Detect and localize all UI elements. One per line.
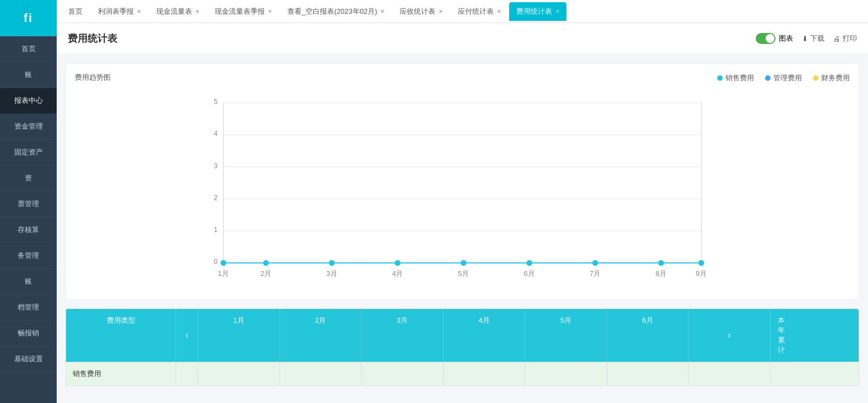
tab-expense[interactable]: 费用统计表 × bbox=[509, 2, 566, 21]
tab-cashflow-label: 现金流量表 bbox=[156, 7, 192, 16]
col-next[interactable]: › bbox=[689, 309, 771, 362]
tab-blank-report[interactable]: 查看_空白报表(2023年02月) × bbox=[280, 2, 391, 21]
tab-payable[interactable]: 应付统计表 × bbox=[451, 2, 508, 21]
svg-text:3月: 3月 bbox=[326, 270, 337, 278]
svg-text:4: 4 bbox=[214, 130, 217, 137]
print-label: 打印 bbox=[843, 34, 857, 43]
print-button[interactable]: 🖨 打印 bbox=[833, 34, 857, 43]
svg-text:8月: 8月 bbox=[656, 270, 667, 278]
main-area: 首页 利润表季报 × 现金流量表 × 现金流量表季报 × 查看_空白报表(202… bbox=[57, 0, 868, 403]
tab-receivable[interactable]: 应收统计表 × bbox=[392, 2, 450, 21]
tab-profit-close[interactable]: × bbox=[137, 8, 141, 15]
svg-text:3: 3 bbox=[214, 162, 217, 170]
chart-title: 费用趋势图 bbox=[75, 73, 111, 82]
svg-text:2月: 2月 bbox=[260, 270, 271, 278]
chart-toggle-wrap: 图表 bbox=[756, 33, 793, 44]
row-m5 bbox=[525, 362, 607, 385]
sidebar-item-stock[interactable]: 存核算 bbox=[0, 217, 57, 243]
sidebar-item-home[interactable]: 首页 bbox=[0, 36, 57, 62]
sidebar: fi 首页 账 报表中心 资金管理 固定资产 资 票管理 存核算 务管理 账 档… bbox=[0, 0, 57, 403]
col-m5: 5月 bbox=[525, 309, 607, 362]
svg-text:9月: 9月 bbox=[696, 270, 707, 278]
tab-expense-close[interactable]: × bbox=[555, 8, 559, 15]
table-section: 费用类型 ‹ 1月 2月 3月 4月 5月 6月 › 本年累计 销售费用 bbox=[65, 308, 859, 386]
page-content: 费用统计表 图表 ⬇ 下载 🖨 打印 费用趋势图 bbox=[57, 23, 868, 403]
tab-profit[interactable]: 利润表季报 × bbox=[91, 2, 148, 21]
chart-svg: 5 4 3 2 1 0 bbox=[75, 92, 850, 290]
svg-text:7月: 7月 bbox=[589, 270, 600, 278]
sidebar-item-fund[interactable]: 资金管理 bbox=[0, 114, 57, 140]
tab-cashflow[interactable]: 现金流量表 × bbox=[149, 2, 206, 21]
row-total bbox=[771, 362, 793, 385]
tab-payable-close[interactable]: × bbox=[497, 8, 501, 15]
header-actions: 图表 ⬇ 下载 🖨 打印 bbox=[756, 33, 857, 44]
sidebar-logo: fi bbox=[0, 0, 57, 36]
svg-text:6月: 6月 bbox=[524, 270, 535, 278]
tab-cashflow-quarterly-label: 现金流量表季报 bbox=[215, 7, 265, 16]
tab-cashflow-quarterly[interactable]: 现金流量表季报 × bbox=[208, 2, 279, 21]
sidebar-item-account[interactable]: 账 bbox=[0, 62, 57, 88]
sidebar-item-service[interactable]: 务管理 bbox=[0, 243, 57, 269]
legend-admin-label: 管理费用 bbox=[773, 73, 802, 83]
download-icon: ⬇ bbox=[802, 35, 808, 43]
tab-payable-label: 应付统计表 bbox=[458, 7, 494, 16]
row-m3 bbox=[362, 362, 444, 385]
legend-sales-dot bbox=[717, 75, 723, 81]
svg-text:1月: 1月 bbox=[218, 270, 229, 278]
table-header: 费用类型 ‹ 1月 2月 3月 4月 5月 6月 › 本年累计 bbox=[66, 309, 859, 362]
row-m1 bbox=[198, 362, 280, 385]
tab-blank-report-close[interactable]: × bbox=[380, 8, 384, 15]
col-m1: 1月 bbox=[198, 309, 280, 362]
sidebar-item-salary[interactable]: 资 bbox=[0, 165, 57, 191]
tab-home[interactable]: 首页 bbox=[61, 2, 90, 21]
col-type: 费用类型 bbox=[66, 309, 176, 362]
chart-legend: 销售费用 管理费用 财务费用 bbox=[717, 73, 850, 83]
tab-blank-report-label: 查看_空白报表(2023年02月) bbox=[287, 7, 377, 16]
legend-finance: 财务费用 bbox=[813, 73, 850, 83]
chart-toggle[interactable] bbox=[756, 33, 776, 44]
svg-text:5月: 5月 bbox=[458, 270, 469, 278]
col-m6: 6月 bbox=[607, 309, 689, 362]
col-m4: 4月 bbox=[444, 309, 526, 362]
svg-text:1: 1 bbox=[214, 226, 217, 234]
sidebar-item-ticket[interactable]: 票管理 bbox=[0, 191, 57, 217]
sidebar-item-archive[interactable]: 档管理 bbox=[0, 295, 57, 321]
sidebar-item-settings[interactable]: 基础设置 bbox=[0, 346, 57, 372]
tab-profit-label: 利润表季报 bbox=[98, 7, 134, 16]
col-total: 本年累计 bbox=[771, 309, 793, 362]
tab-bar: 首页 利润表季报 × 现金流量表 × 现金流量表季报 × 查看_空白报表(202… bbox=[57, 0, 868, 23]
svg-point-19 bbox=[526, 260, 532, 266]
tab-receivable-close[interactable]: × bbox=[439, 8, 443, 15]
legend-admin: 管理费用 bbox=[765, 73, 802, 83]
chart-section: 费用趋势图 销售费用 管理费用 财务费用 bbox=[65, 63, 859, 300]
download-button[interactable]: ⬇ 下载 bbox=[802, 34, 825, 43]
sidebar-item-report[interactable]: 报表中心 bbox=[0, 88, 57, 114]
chart-area: 5 4 3 2 1 0 bbox=[75, 92, 850, 290]
chart-toggle-label: 图表 bbox=[779, 34, 793, 43]
svg-point-18 bbox=[461, 260, 467, 266]
row-m6 bbox=[607, 362, 689, 385]
col-prev[interactable]: ‹ bbox=[176, 309, 198, 362]
page-title: 费用统计表 bbox=[68, 32, 117, 45]
svg-text:2: 2 bbox=[214, 194, 217, 202]
svg-text:5: 5 bbox=[214, 98, 217, 106]
legend-sales-label: 销售费用 bbox=[725, 73, 754, 83]
svg-point-16 bbox=[329, 260, 335, 266]
legend-admin-dot bbox=[765, 75, 771, 81]
sidebar-item-ledger[interactable]: 账 bbox=[0, 269, 57, 295]
tab-receivable-label: 应收统计表 bbox=[400, 7, 435, 16]
legend-finance-label: 财务费用 bbox=[821, 73, 850, 83]
svg-point-21 bbox=[658, 260, 664, 266]
row-nav2 bbox=[689, 362, 771, 385]
col-m3: 3月 bbox=[362, 309, 444, 362]
sidebar-item-asset[interactable]: 固定资产 bbox=[0, 140, 57, 165]
sidebar-item-sales[interactable]: 畅报销 bbox=[0, 321, 57, 346]
svg-text:0: 0 bbox=[214, 258, 217, 266]
row-m4 bbox=[444, 362, 526, 385]
tab-cashflow-quarterly-close[interactable]: × bbox=[268, 8, 272, 15]
print-icon: 🖨 bbox=[833, 35, 840, 43]
tab-cashflow-close[interactable]: × bbox=[195, 8, 199, 15]
svg-point-17 bbox=[395, 260, 401, 266]
table-row: 销售费用 bbox=[66, 362, 859, 385]
svg-point-15 bbox=[263, 260, 269, 266]
